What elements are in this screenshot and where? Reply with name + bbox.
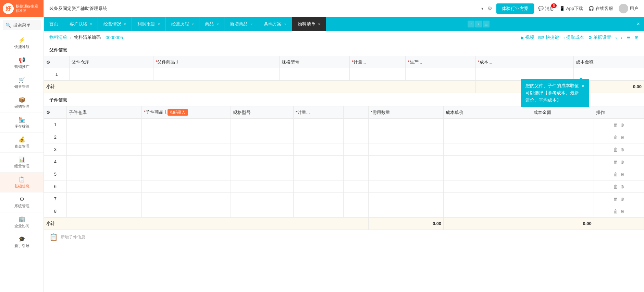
tab-product[interactable]: 商品 × <box>199 17 224 31</box>
child-row7-copy-btn[interactable]: ⊕ <box>620 196 624 202</box>
col-settings-icon[interactable]: ⚙ <box>46 60 50 65</box>
child-row6-unitprice[interactable] <box>444 180 506 193</box>
child-row6-need[interactable] <box>368 180 443 193</box>
child-row7-delete-btn[interactable]: 🗑 <box>613 196 618 202</box>
child-row3-unit[interactable] <box>293 143 343 156</box>
child-row2-unitprice[interactable] <box>444 131 506 143</box>
parent-prod-cell[interactable] <box>406 68 476 81</box>
sidebar-item-finance[interactable]: 💰 资金管理 <box>0 133 44 153</box>
child-row8-warehouse[interactable] <box>66 205 141 218</box>
tab-operation-status[interactable]: 经营情况 × <box>98 17 132 31</box>
child-row6-spec[interactable] <box>231 180 294 193</box>
child-row4-product[interactable] <box>142 156 231 168</box>
child-row3-spec[interactable] <box>231 143 294 156</box>
child-row4-delete-btn[interactable]: 🗑 <box>613 159 618 165</box>
child-row1-spec[interactable] <box>231 119 294 131</box>
sidebar-item-newbie[interactable]: 🎓 新手引导 <box>0 232 44 252</box>
child-row5-product[interactable] <box>142 168 231 180</box>
child-col-settings-icon[interactable]: ⚙ <box>46 110 50 115</box>
child-row8-delete-btn[interactable]: 🗑 <box>613 209 618 214</box>
child-row3-delete-btn[interactable]: 🗑 <box>613 147 618 152</box>
child-row8-unitprice[interactable] <box>444 205 506 218</box>
child-row8-unit[interactable] <box>293 205 343 218</box>
tab-home[interactable]: 首页 <box>44 17 64 31</box>
child-row6-warehouse[interactable] <box>66 180 141 193</box>
online-service-btn[interactable]: 🎧 在线客服 <box>589 5 613 12</box>
exp-btn[interactable]: 体验行业方案 <box>496 3 534 14</box>
child-row3-warehouse[interactable] <box>66 143 141 156</box>
child-row7-need[interactable] <box>368 193 443 205</box>
sidebar-item-enterprise[interactable]: 🏢 企业协同 <box>0 212 44 232</box>
child-row3-unitprice[interactable] <box>444 143 506 156</box>
tab-operation-status-close[interactable]: × <box>124 22 126 26</box>
tab-profit-close[interactable]: × <box>158 22 160 26</box>
child-row5-unit[interactable] <box>293 168 343 180</box>
tab-customer-close[interactable]: × <box>90 22 92 26</box>
child-row2-warehouse[interactable] <box>66 131 141 143</box>
tab-barcode-close[interactable]: × <box>284 22 286 26</box>
add-child-icon[interactable]: 📋 <box>49 233 58 241</box>
tab-history-close[interactable]: × <box>192 22 194 26</box>
child-row4-unitprice[interactable] <box>444 156 506 168</box>
parent-product-cell[interactable] <box>153 68 280 81</box>
child-row2-need[interactable] <box>368 131 443 143</box>
child-row4-need[interactable] <box>368 156 443 168</box>
child-row7-spec[interactable] <box>231 193 294 205</box>
child-row5-copy-btn[interactable]: ⊕ <box>620 172 624 177</box>
child-row3-need[interactable] <box>368 143 443 156</box>
child-row2-delete-btn[interactable]: 🗑 <box>613 135 618 140</box>
child-row8-copy-btn[interactable]: ⊕ <box>620 209 624 214</box>
tab-history[interactable]: 经营历程 × <box>166 17 200 31</box>
child-row3-product[interactable] <box>142 143 231 156</box>
child-row1-warehouse[interactable] <box>66 119 141 131</box>
user-btn[interactable]: 用户 <box>619 4 639 13</box>
scan-input-btn[interactable]: 扫码录入 <box>168 109 188 116</box>
system-title-arrow[interactable]: ▾ <box>481 6 483 11</box>
nav-next-page[interactable]: › <box>621 35 622 40</box>
child-row5-unitprice[interactable] <box>444 168 506 180</box>
parent-unit-cell[interactable] <box>349 68 406 81</box>
sidebar-item-purchase[interactable]: 📦 采购管理 <box>0 93 44 113</box>
tab-new-product[interactable]: 新增商品 × <box>224 17 258 31</box>
nav-menu-btn[interactable]: ☰ <box>483 21 490 27</box>
list-view-btn[interactable]: ☰ <box>627 35 631 40</box>
child-row5-spec[interactable] <box>231 168 294 180</box>
child-row2-spec[interactable] <box>231 131 294 143</box>
child-row1-copy-btn[interactable]: ⊕ <box>620 122 624 128</box>
parent-spec-cell[interactable] <box>280 68 350 81</box>
child-row8-product[interactable] <box>142 205 231 218</box>
shortcut-action-btn[interactable]: ⌨ 快捷键 <box>538 34 559 40</box>
child-row4-unit[interactable] <box>293 156 343 168</box>
child-row4-warehouse[interactable] <box>66 156 141 168</box>
tab-bom[interactable]: 物料清单 × <box>292 17 326 31</box>
child-row1-delete-btn[interactable]: 🗑 <box>613 122 618 128</box>
nav-next-btn[interactable]: › <box>475 21 482 27</box>
child-row6-copy-btn[interactable]: ⊕ <box>620 184 624 189</box>
child-row4-copy-btn[interactable]: ⊕ <box>620 159 624 165</box>
nav-prev-page[interactable]: ‹ <box>615 35 617 40</box>
tooltip-close-btn[interactable]: × <box>582 82 584 90</box>
child-row8-need[interactable] <box>368 205 443 218</box>
parent-warehouse-cell[interactable] <box>69 68 153 81</box>
breadcrumb-main[interactable]: 物料清单 <box>49 34 67 40</box>
child-row5-need[interactable] <box>368 168 443 180</box>
tab-profit[interactable]: 利润报告 × <box>132 17 166 31</box>
child-row6-product[interactable] <box>142 180 231 193</box>
sidebar-item-inventory[interactable]: 🏪 库存核算 <box>0 113 44 133</box>
child-row2-product[interactable] <box>142 131 231 143</box>
tab-new-product-close[interactable]: × <box>250 22 252 26</box>
extract-cost-btn[interactable]: ↑ 提取成本 <box>563 34 584 40</box>
child-row6-unit[interactable] <box>293 180 343 193</box>
close-all-tabs-btn[interactable]: × <box>633 21 644 27</box>
child-row5-delete-btn[interactable]: 🗑 <box>613 172 618 177</box>
child-row7-unit[interactable] <box>293 193 343 205</box>
sidebar-item-sales[interactable]: 🛒 销售管理 <box>0 73 44 93</box>
child-row1-unit[interactable] <box>293 119 343 131</box>
child-row6-delete-btn[interactable]: 🗑 <box>613 184 618 189</box>
child-row7-product[interactable] <box>142 193 231 205</box>
child-row1-product[interactable] <box>142 119 231 131</box>
tab-bom-close[interactable]: × <box>318 22 320 26</box>
child-row1-need[interactable] <box>368 119 443 131</box>
message-badge[interactable]: 💬 6 消息 <box>538 5 554 12</box>
app-download-btn[interactable]: 📱 App下载 <box>559 5 583 12</box>
